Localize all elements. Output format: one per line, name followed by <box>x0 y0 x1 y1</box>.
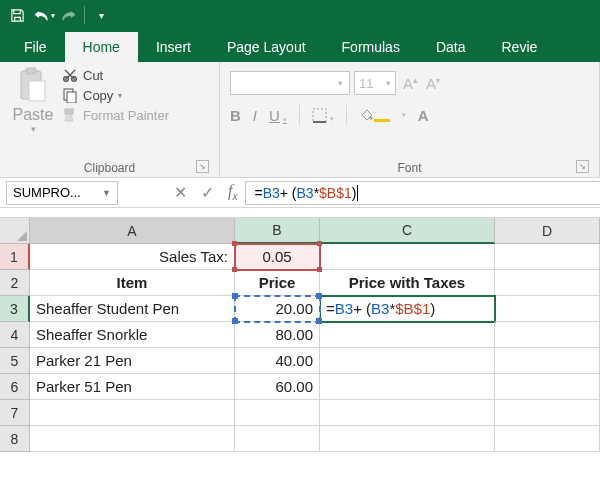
underline-button[interactable]: U▾ <box>269 107 287 124</box>
cell-b7[interactable] <box>235 400 320 426</box>
cell-b8[interactable] <box>235 426 320 452</box>
insert-function-button[interactable]: fx <box>228 182 237 202</box>
cell-d2[interactable] <box>495 270 600 296</box>
cell-c4[interactable] <box>320 322 495 348</box>
cell-c2[interactable]: Price with Taxes <box>320 270 495 296</box>
row-header-3[interactable]: 3 <box>0 296 30 322</box>
row-header-1[interactable]: 1 <box>0 244 30 270</box>
worksheet-grid[interactable]: A B C D 1 Sales Tax: 0.05 2 Item Price P… <box>0 218 600 452</box>
row-header-6[interactable]: 6 <box>0 374 30 400</box>
group-font: ▾ 11▾ A▴ A▾ B I U▾ ▾ <box>220 62 600 177</box>
tab-formulas[interactable]: Formulas <box>324 32 418 62</box>
row-1: 1 Sales Tax: 0.05 <box>0 244 600 270</box>
cell-c6[interactable] <box>320 374 495 400</box>
format-painter-icon <box>62 107 78 123</box>
grow-font-button[interactable]: A▴ <box>400 75 421 92</box>
copy-label: Copy <box>83 88 113 103</box>
fill-color-button[interactable] <box>359 108 390 122</box>
cell-a5[interactable]: Parker 21 Pen <box>30 348 235 374</box>
row-header-7[interactable]: 7 <box>0 400 30 426</box>
fill-caret-icon[interactable]: ▾ <box>402 111 406 119</box>
select-all-corner[interactable] <box>0 218 30 244</box>
tab-insert[interactable]: Insert <box>138 32 209 62</box>
font-dialog-launcher[interactable]: ↘ <box>576 160 589 173</box>
cell-a2[interactable]: Item <box>30 270 235 296</box>
cell-a1[interactable]: Sales Tax: <box>30 244 235 270</box>
cut-button[interactable]: Cut <box>62 67 169 83</box>
cell-b3[interactable]: 20.00 <box>235 296 320 322</box>
tab-home[interactable]: Home <box>65 32 138 62</box>
tab-file[interactable]: File <box>6 32 65 62</box>
cell-c7[interactable] <box>320 400 495 426</box>
ribbon: Paste ▾ Cut Copy ▾ Format Painter <box>0 62 600 178</box>
paste-button[interactable]: Paste ▾ <box>10 67 56 134</box>
cell-c1[interactable] <box>320 244 495 270</box>
name-box-caret-icon[interactable]: ▼ <box>102 188 111 198</box>
formula-bar: SUMPRO... ▼ ✕ ✓ fx =B3 + (B3* $B$1) <box>0 178 600 208</box>
format-painter-button[interactable]: Format Painter <box>62 107 169 123</box>
col-header-d[interactable]: D <box>495 218 600 244</box>
cell-d3[interactable] <box>495 296 600 322</box>
borders-button[interactable]: ▾ <box>312 108 334 123</box>
cell-b4[interactable]: 80.00 <box>235 322 320 348</box>
font-size-combo[interactable]: 11▾ <box>354 71 396 95</box>
row-header-2[interactable]: 2 <box>0 270 30 296</box>
svg-rect-8 <box>313 109 326 122</box>
copy-button[interactable]: Copy ▾ <box>62 87 169 103</box>
cell-c3[interactable]: =B3 + (B3* $B$1) <box>320 296 495 322</box>
font-color-button[interactable]: A <box>418 107 429 124</box>
cell-b6[interactable]: 60.00 <box>235 374 320 400</box>
customize-qat-icon[interactable]: ▾ <box>90 4 112 26</box>
cell-a8[interactable] <box>30 426 235 452</box>
group-clipboard-label: Clipboard ↘ <box>10 159 209 175</box>
clipboard-dialog-launcher[interactable]: ↘ <box>196 160 209 173</box>
cell-a3[interactable]: Sheaffer Student Pen <box>30 296 235 322</box>
tab-data[interactable]: Data <box>418 32 484 62</box>
cell-d1[interactable] <box>495 244 600 270</box>
paste-caret-icon[interactable]: ▾ <box>31 124 36 134</box>
tab-page-layout[interactable]: Page Layout <box>209 32 324 62</box>
row-5: 5 Parker 21 Pen 40.00 <box>0 348 600 374</box>
bold-button[interactable]: B <box>230 107 241 124</box>
paste-icon <box>17 67 49 103</box>
row-header-8[interactable]: 8 <box>0 426 30 452</box>
row-2: 2 Item Price Price with Taxes <box>0 270 600 296</box>
svg-point-10 <box>369 117 372 120</box>
cut-label: Cut <box>83 68 103 83</box>
redo-icon[interactable] <box>57 4 79 26</box>
col-header-a[interactable]: A <box>30 218 235 244</box>
col-header-c[interactable]: C <box>320 218 495 244</box>
cell-d8[interactable] <box>495 426 600 452</box>
copy-caret-icon[interactable]: ▾ <box>118 91 122 100</box>
tab-review[interactable]: Revie <box>484 32 556 62</box>
row-header-4[interactable]: 4 <box>0 322 30 348</box>
cell-c5[interactable] <box>320 348 495 374</box>
name-box[interactable]: SUMPRO... ▼ <box>6 181 118 205</box>
cell-a4[interactable]: Sheaffer Snorkle <box>30 322 235 348</box>
shrink-font-button[interactable]: A▾ <box>423 75 443 92</box>
cell-a7[interactable] <box>30 400 235 426</box>
cell-d6[interactable] <box>495 374 600 400</box>
cell-b2[interactable]: Price <box>235 270 320 296</box>
format-painter-label: Format Painter <box>83 108 169 123</box>
cell-b5[interactable]: 40.00 <box>235 348 320 374</box>
font-name-combo[interactable]: ▾ <box>230 71 350 95</box>
cell-b1[interactable]: 0.05 <box>235 244 320 270</box>
cell-d5[interactable] <box>495 348 600 374</box>
col-header-b[interactable]: B <box>235 218 320 244</box>
formula-input[interactable]: =B3 + (B3* $B$1) <box>245 181 600 205</box>
row-header-5[interactable]: 5 <box>0 348 30 374</box>
save-icon[interactable] <box>6 4 28 26</box>
font-size-value: 11 <box>359 76 373 91</box>
undo-icon[interactable] <box>30 4 52 26</box>
enter-formula-button[interactable]: ✓ <box>201 183 214 202</box>
cell-d7[interactable] <box>495 400 600 426</box>
undo-caret-icon[interactable]: ▾ <box>51 11 55 20</box>
group-font-label: Font ↘ <box>230 159 589 175</box>
cell-d4[interactable] <box>495 322 600 348</box>
row-7: 7 <box>0 400 600 426</box>
cell-c8[interactable] <box>320 426 495 452</box>
cancel-formula-button[interactable]: ✕ <box>174 183 187 202</box>
cell-a6[interactable]: Parker 51 Pen <box>30 374 235 400</box>
italic-button[interactable]: I <box>253 107 257 124</box>
